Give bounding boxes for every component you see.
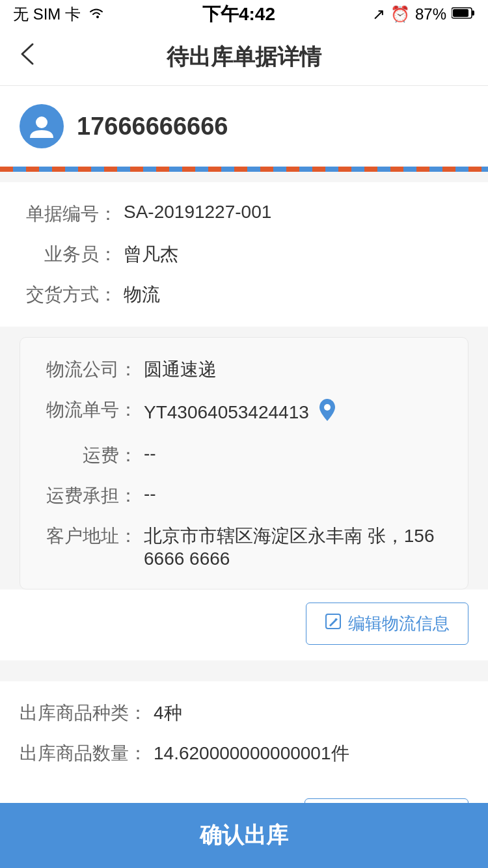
tracking-number-label: 物流单号： xyxy=(40,398,144,422)
document-number-value: SA-20191227-001 xyxy=(124,202,468,223)
freight-bearer-value: -- xyxy=(144,483,448,504)
delivery-method-value: 物流 xyxy=(124,282,468,307)
goods-section: 出库商品种类： 4种 出库商品数量： 14.620000000000001件 xyxy=(0,681,488,785)
edit-logistics-button[interactable]: 编辑物流信息 xyxy=(306,603,468,645)
goods-quantity-label: 出库商品数量： xyxy=(20,741,154,766)
customer-section: 17666666666 xyxy=(0,86,488,167)
status-left: 无 SIM 卡 xyxy=(13,4,105,25)
freight-row: 运费： -- xyxy=(40,443,448,468)
edit-logistics-label: 编辑物流信息 xyxy=(348,612,450,635)
freight-bearer-row: 运费承担： -- xyxy=(40,483,448,508)
svg-point-4 xyxy=(324,404,331,411)
sales-rep-row: 业务员： 曾凡杰 xyxy=(20,242,468,267)
goods-quantity-row: 出库商品数量： 14.620000000000001件 xyxy=(20,741,468,766)
goods-types-label: 出库商品种类： xyxy=(20,701,154,726)
logistics-company-row: 物流公司： 圆通速递 xyxy=(40,357,448,382)
tracking-number-row: 物流单号： YT43064053424413 xyxy=(40,398,448,427)
tracking-number-value: YT43064053424413 xyxy=(144,398,448,427)
document-number-row: 单据编号： SA-20191227-001 xyxy=(20,202,468,226)
battery-icon xyxy=(452,5,475,23)
goods-types-row: 出库商品种类： 4种 xyxy=(20,701,468,726)
status-right: ↗ ⏰ 87% xyxy=(372,5,475,23)
edit-btn-container: 编辑物流信息 xyxy=(0,590,488,660)
status-bar: 无 SIM 卡 下午4:42 ↗ ⏰ 87% xyxy=(0,0,488,29)
freight-bearer-label: 运费承担： xyxy=(40,483,144,508)
freight-label: 运费： xyxy=(40,443,144,468)
address-value: 北京市市辖区海淀区永丰南 张，156 6666 6666 xyxy=(144,524,448,569)
delivery-method-label: 交货方式： xyxy=(20,282,124,307)
goods-quantity-value: 14.620000000000001件 xyxy=(154,741,468,766)
sales-rep-label: 业务员： xyxy=(20,242,124,267)
sales-rep-value: 曾凡杰 xyxy=(124,242,468,267)
customer-avatar xyxy=(20,104,64,148)
status-time: 下午4:42 xyxy=(202,2,275,27)
delivery-method-row: 交货方式： 物流 xyxy=(20,282,468,307)
wifi-icon xyxy=(87,5,105,23)
svg-point-3 xyxy=(36,116,47,128)
tracking-location-icon[interactable] xyxy=(317,398,338,427)
logistics-company-label: 物流公司： xyxy=(40,357,144,382)
confirm-label: 确认出库 xyxy=(200,821,288,850)
goods-types-value: 4种 xyxy=(154,701,468,726)
basic-info-section: 单据编号： SA-20191227-001 业务员： 曾凡杰 交货方式： 物流 xyxy=(0,182,488,327)
alarm-icon: ⏰ xyxy=(390,5,410,23)
customer-phone: 17666666666 xyxy=(77,113,228,141)
logistics-section: 物流公司： 圆通速递 物流单号： YT43064053424413 运费： --… xyxy=(20,337,468,590)
location-status-icon: ↗ xyxy=(372,5,385,23)
back-button[interactable] xyxy=(20,42,35,72)
svg-rect-1 xyxy=(472,10,474,16)
grey-separator-1 xyxy=(0,660,488,671)
edit-icon xyxy=(325,613,342,634)
confirm-button[interactable]: 确认出库 xyxy=(0,803,488,868)
address-label: 客户地址： xyxy=(40,524,144,549)
svg-rect-2 xyxy=(453,9,468,17)
page-title: 待出库单据详情 xyxy=(167,42,321,72)
address-row: 客户地址： 北京市市辖区海淀区永丰南 张，156 6666 6666 xyxy=(40,524,448,569)
dashed-divider xyxy=(0,167,488,172)
nav-bar: 待出库单据详情 xyxy=(0,29,488,86)
battery-text: 87% xyxy=(415,5,446,23)
freight-value: -- xyxy=(144,443,448,464)
carrier-text: 无 SIM 卡 xyxy=(13,4,81,25)
document-number-label: 单据编号： xyxy=(20,202,124,226)
logistics-company-value: 圆通速递 xyxy=(144,357,448,382)
